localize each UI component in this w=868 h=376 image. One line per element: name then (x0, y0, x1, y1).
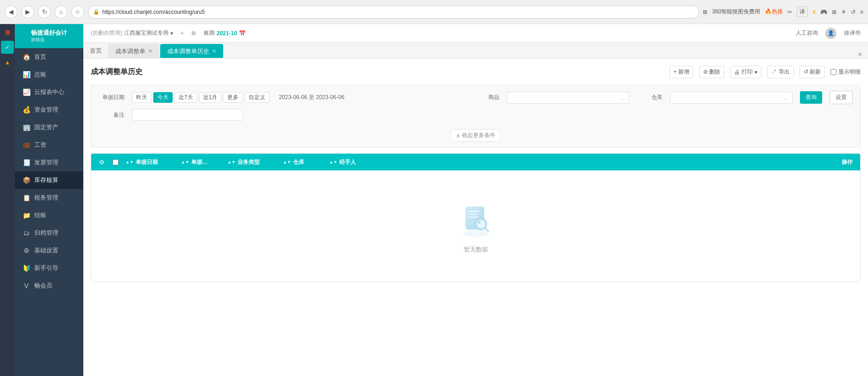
refresh-btn[interactable]: ↺ 刷新 (799, 66, 825, 78)
tab-cost-adjust-label: 成本调整单 (115, 47, 145, 56)
settings-col-icon: ⚙ (99, 159, 105, 166)
sort-arrows-num: ▲▼ (181, 160, 189, 164)
th-settings-icon[interactable]: ⚙ (95, 159, 109, 166)
service-btn[interactable]: 人工咨询 (796, 29, 818, 37)
svg-rect-3 (468, 211, 480, 212)
nav-header: 畅捷通好会计 旗舰版 (15, 24, 83, 48)
delete-btn[interactable]: ⊘ 删除 (699, 66, 724, 78)
icon-weibo[interactable]: 微 (1, 26, 14, 39)
page-content: 成本调整单历史 + 新增 ⊘ 删除 🖨 打印 ▾ ↗ 导出 ↺ 刷新 显示明细 (83, 58, 868, 376)
export-btn[interactable]: ↗ 导出 (767, 66, 793, 78)
lock-icon: 🔒 (93, 9, 100, 15)
svg-line-8 (485, 228, 488, 232)
nav-icon-tax: 📋 (22, 194, 31, 201)
sidebar-icons: 微 ✓ ▲ (0, 24, 15, 376)
display-cols-checkbox[interactable]: 显示明细 (831, 68, 861, 76)
nav-item-fixed[interactable]: 🏢 固定资产 (15, 119, 83, 136)
home-button[interactable]: ⌂ (55, 6, 68, 19)
th-date-label: 单据日期 (136, 158, 158, 166)
query-btn[interactable]: 查询 (800, 91, 822, 104)
company-selector[interactable]: (勿删勿禁用) 江西服宝测试专用 ▾ (91, 29, 173, 37)
settings-icon[interactable]: ⚙ (191, 30, 196, 37)
th-warehouse[interactable]: ▲▼ 仓库 (279, 158, 325, 166)
date-filter-btns: 昨天 今天 近7天 近1月 更多 自定义 (132, 92, 269, 103)
nav-item-closing[interactable]: 📁 结账 (15, 207, 83, 224)
svg-point-0 (463, 230, 488, 237)
nav-icon-closing: 📁 (22, 212, 31, 219)
print-btn[interactable]: 🖨 打印 ▾ (730, 66, 762, 78)
left-nav: 畅捷通好会计 旗舰版 🏠 首页 📊 总账 📈 云报表中心 💰 资金管理 🏢 固定… (15, 24, 83, 376)
icon-orange[interactable]: ▲ (1, 56, 14, 69)
refresh-button[interactable]: ↻ (38, 6, 51, 19)
nav-item-guide[interactable]: 🔰 新手引导 (15, 259, 83, 277)
select-all-checkbox[interactable] (112, 159, 119, 165)
icon-green[interactable]: ✓ (1, 41, 14, 54)
date-btn-1month[interactable]: 近1月 (199, 92, 222, 103)
game-tool[interactable]: 🎮 (820, 9, 827, 15)
undo-tool[interactable]: ↺ (851, 9, 856, 15)
sun-tool[interactable]: ☀ (841, 9, 846, 15)
forward-button[interactable]: ▶ (21, 6, 34, 19)
tab-cost-adjust-history-label: 成本调整单历史 (167, 47, 209, 56)
grid-tool[interactable]: ⊞ (832, 9, 837, 15)
calendar-icon[interactable]: 📅 (239, 30, 246, 37)
cut-tool[interactable]: ✂ (787, 9, 792, 15)
nav-item-settings[interactable]: ⚙ 基础设置 (15, 242, 83, 259)
svg-rect-5 (468, 217, 479, 218)
user-avatar: 👤 (825, 28, 837, 39)
add-icon[interactable]: + (181, 30, 184, 37)
page-maximize-btn[interactable]: ✕ (852, 51, 868, 58)
translate-tool[interactable]: 译 (797, 6, 808, 17)
display-cols-input[interactable] (831, 69, 837, 75)
date-btn-custom[interactable]: 自定义 (244, 92, 269, 103)
setting-btn[interactable]: 设置 (830, 91, 853, 104)
user-name[interactable]: 徐译华 (844, 29, 861, 37)
th-date[interactable]: ▲▼ 单据日期 (122, 158, 177, 166)
url-text: https://cloud.chanjet.com/accounting/uru… (102, 9, 205, 15)
nav-item-ledger[interactable]: 📊 总账 (15, 66, 83, 83)
tab-cost-adjust-close[interactable]: ✕ (148, 48, 152, 54)
wallet-tool[interactable]: ¥ (812, 9, 816, 15)
back-button[interactable]: ◀ (5, 6, 18, 19)
filter-row-note: 备注 (99, 109, 853, 121)
th-num[interactable]: ▲▼ 单据… (177, 158, 224, 166)
th-action-label: 操作 (842, 158, 853, 166)
date-btn-more[interactable]: 更多 (223, 92, 243, 103)
th-biztype[interactable]: ▲▼ 业务类型 (224, 158, 279, 166)
tab-home[interactable]: 首页 (83, 44, 108, 58)
th-operator[interactable]: ▲▼ 经手人 (325, 158, 381, 166)
empty-icon (455, 198, 497, 240)
tab-cost-adjust-history[interactable]: 成本调整单历史 ✕ (160, 44, 223, 58)
nav-item-assets[interactable]: 💰 资金管理 (15, 101, 83, 119)
nav-item-home[interactable]: 🏠 首页 (15, 48, 83, 66)
nav-icon-reports: 📈 (22, 88, 31, 96)
nav-item-inventory[interactable]: 📦 库存核算 (15, 171, 83, 189)
nav-item-salary[interactable]: 💼 工资 (15, 136, 83, 154)
nav-item-tax[interactable]: 📋 税务管理 (15, 189, 83, 207)
product-filter-select[interactable]: ... (507, 92, 630, 104)
warehouse-filter-select[interactable]: ... (670, 92, 793, 104)
date-btn-yesterday[interactable]: 昨天 (132, 92, 151, 103)
qr-icon[interactable]: ⊞ (703, 9, 707, 15)
th-operator-label: 经手人 (339, 158, 356, 166)
tab-cost-adjust-history-close[interactable]: ✕ (212, 48, 216, 54)
warehouse-more-dots[interactable]: ... (784, 94, 788, 101)
date-btn-today[interactable]: 今天 (153, 92, 173, 103)
collapse-btn[interactable]: ∧ 收起更多条件 (450, 129, 501, 142)
nav-label-tax: 税务管理 (34, 194, 58, 202)
nav-item-reports[interactable]: 📈 云报表中心 (15, 83, 83, 101)
star-button[interactable]: ☆ (71, 6, 84, 19)
nav-item-archive[interactable]: 🗂 归档管理 (15, 224, 83, 242)
product-more-dots[interactable]: ... (620, 94, 625, 101)
date-btn-7days[interactable]: 近7天 (175, 92, 197, 103)
nav-item-invoice[interactable]: 🧾 发票管理 (15, 154, 83, 171)
new-btn[interactable]: + 新增 (669, 66, 693, 78)
menu-tool[interactable]: ≡ (860, 9, 863, 15)
nav-icon-guide: 🔰 (22, 264, 31, 272)
note-filter-input[interactable] (132, 109, 243, 121)
nav-item-member[interactable]: V 畅会员 (15, 277, 83, 295)
th-checkbox[interactable] (109, 159, 122, 165)
nav-label-member: 畅会员 (34, 282, 52, 290)
url-bar[interactable]: 🔒 https://cloud.chanjet.com/accounting/u… (88, 6, 699, 19)
tab-cost-adjust[interactable]: 成本调整单 ✕ (108, 44, 159, 58)
